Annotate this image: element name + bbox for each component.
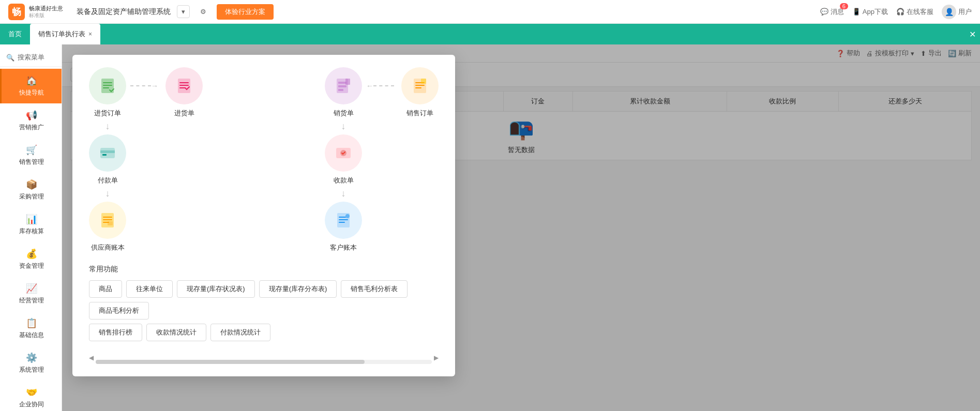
page-area: ❓ 帮助 🖨 按模板打印 ▾ ⬆ 导出 🔄 刷新 yyyy-mm-dd 📅 (62, 44, 980, 411)
sales-order-node[interactable]: 销售订单 (401, 67, 439, 118)
avatar: 👤 (942, 5, 956, 19)
purchase-bill-icon (165, 67, 203, 104)
svg-rect-3 (102, 154, 107, 156)
logo-area: 畅 畅康通好生意 标准版 (8, 4, 70, 20)
sales-bill-node[interactable]: 销货单 (325, 67, 362, 118)
sidebar-item-system[interactable]: ⚙️ 系统管理 (0, 346, 62, 380)
app-download-button[interactable]: 📱 App下载 (852, 7, 888, 17)
message-icon: 💬 (820, 8, 828, 16)
tab-sales-execution[interactable]: 销售订单执行表 × (30, 24, 100, 44)
modal-overlay: 进货订单 ↓ (62, 44, 980, 411)
svg-rect-11 (345, 79, 350, 85)
modal-scrollbar-container: ◀ ▶ (89, 352, 439, 364)
customer-account-node[interactable]: 客户账本 (325, 202, 362, 252)
sidebar-item-enterprise[interactable]: 🤝 企业协同 (0, 380, 62, 411)
main-content: 🔍 搜索菜单 🏠 快捷导航 📢 营销推广 🛒 销售管理 📦 采购管理 📊 库存核… (0, 44, 980, 411)
settings-btn[interactable]: ⚙ (196, 6, 210, 18)
scrollbar-thumb (96, 360, 365, 364)
svg-rect-9 (338, 85, 346, 87)
sidebar-item-quick-nav[interactable]: 🏠 快捷导航 (0, 69, 62, 103)
system-dropdown[interactable]: ▾ (177, 5, 190, 18)
message-button[interactable]: 💬 消息 6 (820, 7, 844, 17)
supplier-account-node[interactable]: 供应商账本 (89, 202, 126, 252)
message-badge: 6 (840, 3, 848, 9)
payment-node[interactable]: 付款单 (89, 134, 126, 185)
common-functions: 常用功能 商品 往来单位 现存量(库存状况表) 现存量(库存分布表) 销售毛利分… (89, 265, 439, 341)
supplier-account-icon (89, 202, 126, 239)
svg-point-15 (345, 214, 350, 218)
sidebar-item-finance[interactable]: 💰 资金管理 (0, 242, 62, 277)
common-functions-title: 常用功能 (89, 265, 439, 274)
func-btn-product-margin[interactable]: 商品毛利分析 (89, 302, 149, 319)
svg-rect-17 (421, 79, 426, 84)
sales-icon: 🛒 (26, 144, 37, 156)
tab-close-icon[interactable]: × (88, 31, 92, 38)
sales-bill-icon (325, 67, 362, 104)
online-service-button[interactable]: 🎧 在线客服 (896, 7, 933, 17)
customer-account-icon (325, 202, 362, 239)
sales-order-icon (401, 67, 439, 104)
receipt-icon (325, 134, 362, 172)
func-btn-receipt-stats[interactable]: 收款情况统计 (146, 324, 206, 341)
system-icon: ⚙️ (26, 352, 37, 363)
receipt-node[interactable]: 收款单 (325, 134, 362, 185)
purchase-bill-node[interactable]: 进货单 (165, 67, 203, 118)
home-icon: 🏠 (26, 75, 37, 86)
sidebar-item-marketing[interactable]: 📢 营销推广 (0, 103, 62, 138)
sidebar-item-operations[interactable]: 📈 经营管理 (0, 277, 62, 311)
headset-icon: 🎧 (896, 8, 904, 16)
purchase-order-node[interactable]: 进货订单 (89, 67, 126, 118)
experience-button[interactable]: 体验行业方案 (217, 4, 274, 20)
sidebar-item-sales[interactable]: 🛒 销售管理 (0, 138, 62, 173)
scroll-right-icon[interactable]: ▶ (434, 354, 439, 361)
logo-icon: 畅 (8, 4, 25, 20)
sidebar: 🔍 搜索菜单 🏠 快捷导航 📢 营销推广 🛒 销售管理 📦 采购管理 📊 库存核… (0, 44, 62, 411)
svg-rect-10 (338, 89, 343, 91)
finance-icon: 💰 (26, 248, 37, 260)
payment-icon (89, 134, 126, 172)
purchase-icon: 📦 (26, 179, 37, 190)
search-icon: 🔍 (6, 54, 14, 62)
chevron-down-icon: ▾ (182, 8, 185, 16)
svg-rect-5 (108, 221, 113, 225)
flow-modal: 进货订单 ↓ (72, 55, 455, 376)
top-header: 畅 畅康通好生意 标准版 装备及固定资产辅助管理系统 ▾ ⚙ 体验行业方案 💬 … (0, 0, 980, 24)
func-btn-contacts[interactable]: 往来单位 (126, 280, 173, 298)
sidebar-item-purchase[interactable]: 📦 采购管理 (0, 173, 62, 207)
svg-rect-2 (100, 150, 115, 153)
func-btn-sales-rank[interactable]: 销售排行榜 (89, 324, 142, 341)
basic-icon: 📋 (26, 317, 37, 329)
operations-icon: 📈 (26, 283, 37, 294)
header-right: 💬 消息 6 📱 App下载 🎧 在线客服 👤 用户 (820, 5, 972, 19)
phone-icon: 📱 (852, 8, 861, 16)
modal-scrollbar[interactable] (96, 360, 432, 364)
tab-bar-close-icon[interactable]: ✕ (969, 29, 976, 39)
marketing-icon: 📢 (26, 110, 37, 121)
func-btn-stock-dist[interactable]: 现存量(库存分布表) (259, 280, 337, 298)
function-buttons-row2: 销售排行榜 收款情况统计 付款情况统计 (89, 324, 439, 341)
user-profile[interactable]: 👤 用户 (942, 5, 972, 19)
tab-home[interactable]: 首页 (0, 24, 30, 44)
gear-icon: ⚙ (200, 8, 206, 16)
inventory-icon: 📊 (26, 214, 37, 225)
func-btn-stock-status[interactable]: 现存量(库存状况表) (177, 280, 255, 298)
sidebar-item-basic[interactable]: 📋 基础信息 (0, 311, 62, 346)
logo-text: 畅康通好生意 标准版 (29, 5, 63, 19)
purchase-order-icon (89, 67, 126, 104)
func-btn-payment-stats[interactable]: 付款情况统计 (210, 324, 270, 341)
func-btn-sales-margin[interactable]: 销售毛利分析表 (341, 280, 408, 298)
function-buttons: 商品 往来单位 现存量(库存状况表) 现存量(库存分布表) 销售毛利分析表 商品… (89, 280, 439, 319)
sidebar-item-inventory[interactable]: 📊 库存核算 (0, 207, 62, 242)
scroll-left-icon[interactable]: ◀ (89, 354, 94, 361)
svg-rect-8 (338, 82, 346, 84)
enterprise-icon: 🤝 (26, 387, 37, 398)
tab-bar: 首页 销售订单执行表 × ✕ (0, 24, 980, 44)
sidebar-search[interactable]: 🔍 搜索菜单 (0, 49, 62, 67)
system-title: 装备及固定资产辅助管理系统 (77, 7, 171, 17)
func-btn-product[interactable]: 商品 (89, 280, 122, 298)
